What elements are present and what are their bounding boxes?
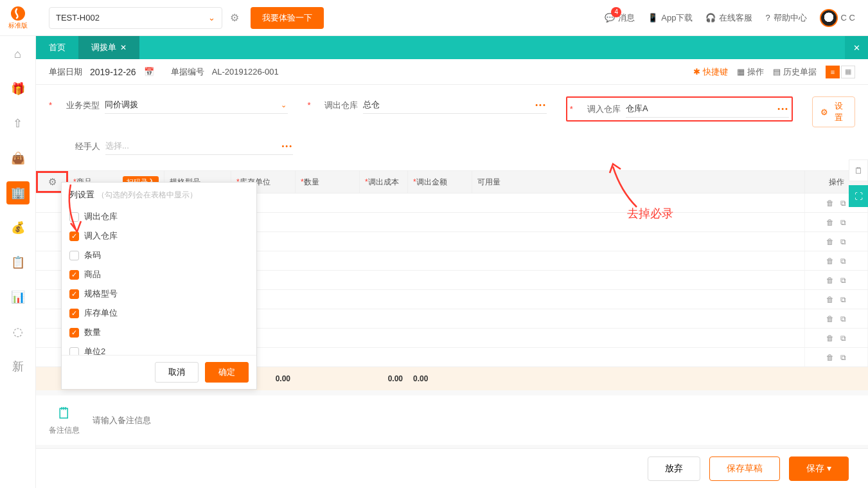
copy-icon[interactable]: ⧉ — [840, 276, 846, 285]
sync-icon[interactable]: ◌ — [6, 320, 30, 343]
save-draft-button[interactable]: 保存草稿 — [709, 456, 780, 481]
list-view-button[interactable]: ≡ — [826, 66, 840, 78]
notes-float-button[interactable]: 🗒 — [849, 159, 868, 181]
service-link[interactable]: 🎧 在线客服 — [705, 12, 752, 24]
grid-view-button[interactable]: ▦ — [841, 66, 855, 78]
column-list[interactable]: 调出仓库 ✓调入仓库 条码 ✓商品 ✓规格型号 ✓库存单位 ✓数量 单位2 — [62, 207, 256, 355]
delete-icon[interactable]: 🗑 — [826, 295, 834, 304]
col-item-spec[interactable]: ✓规格型号 — [69, 284, 249, 303]
copy-icon[interactable]: ⧉ — [840, 199, 846, 208]
logo-icon — [10, 6, 26, 21]
operate-link[interactable]: ▦操作 — [737, 66, 764, 78]
try-button[interactable]: 我要体验一下 — [251, 7, 324, 29]
cancel-button[interactable]: 取消 — [155, 362, 199, 383]
delete-icon[interactable]: 🗑 — [826, 218, 834, 227]
popover-hint: （勾选的列会在表格中显示） — [97, 190, 197, 199]
copy-icon[interactable]: ⧉ — [840, 257, 846, 266]
delete-icon[interactable]: 🗑 — [826, 334, 834, 343]
footer-amount: 0.00 — [360, 367, 408, 390]
copy-icon[interactable]: ⧉ — [840, 295, 846, 304]
checkbox-icon[interactable] — [69, 251, 79, 260]
checkbox-icon[interactable] — [69, 347, 79, 356]
out-warehouse-field[interactable]: * 调出仓库 总仓••• — [307, 96, 546, 114]
checkbox-icon[interactable]: ✓ — [69, 270, 79, 280]
copy-icon[interactable]: ⧉ — [840, 237, 846, 246]
tab-transfer[interactable]: 调拨单 ✕ — [78, 36, 139, 59]
phone-icon: 📱 — [648, 13, 658, 23]
more-icon[interactable]: ••• — [777, 105, 789, 113]
number-label: 单据编号 — [171, 66, 204, 78]
col-item-product[interactable]: ✓商品 — [69, 265, 249, 284]
tab-bar: 首页 调拨单 ✕ ✕ — [36, 36, 868, 59]
in-warehouse-field[interactable]: * 调入仓库 仓库A••• — [566, 96, 793, 122]
calendar-icon[interactable]: 📅 — [144, 67, 154, 77]
notes-icon: 🗒 — [57, 404, 72, 422]
delete-icon[interactable]: 🗑 — [826, 257, 834, 266]
col-item-barcode[interactable]: 条码 — [69, 246, 249, 265]
date-value[interactable]: 2019-12-26 — [90, 67, 136, 77]
company-select[interactable]: TEST-H002 ⌄ — [49, 7, 222, 29]
doc-number: AL-20191226-001 — [212, 67, 279, 77]
col-item-unit[interactable]: ✓库存单位 — [69, 303, 249, 323]
chevron-down-icon: ⌄ — [208, 13, 215, 23]
remarks-area: 🗒 备注信息 — [36, 395, 868, 445]
home-icon[interactable]: ⌂ — [6, 42, 30, 66]
gift-icon[interactable]: 🎁 — [6, 77, 30, 100]
close-panel-button[interactable]: ✕ — [845, 36, 868, 59]
top-right: 💬 4 消息 📱 App下载 🎧 在线客服 ? 帮助中心 C C — [605, 9, 855, 27]
chevron-down-icon[interactable]: ⌄ — [281, 101, 288, 109]
clipboard-icon[interactable]: 📋 — [6, 251, 30, 274]
view-toggle: ≡ ▦ — [826, 66, 855, 78]
col-item-in-wh[interactable]: ✓调入仓库 — [69, 226, 249, 246]
help-link[interactable]: ? 帮助中心 — [765, 12, 806, 24]
delete-icon[interactable]: 🗑 — [826, 276, 834, 285]
right-float-panel: 🗒 ⛶ — [849, 159, 868, 207]
more-icon[interactable]: ••• — [535, 101, 547, 109]
warehouse-icon[interactable]: 🏢 — [6, 181, 30, 204]
copy-icon[interactable]: ⧉ — [840, 334, 846, 343]
logo[interactable]: 标准版 — [0, 6, 36, 30]
expand-float-button[interactable]: ⛶ — [849, 185, 868, 207]
discard-button[interactable]: 放弃 — [648, 456, 700, 481]
shortcut-link[interactable]: ✱快捷键 — [693, 66, 728, 78]
report-icon[interactable]: 📊 — [6, 285, 30, 309]
top-header: 标准版 TEST-H002 ⌄ ⚙ 我要体验一下 💬 4 消息 📱 App下载 … — [0, 0, 868, 36]
grid-icon: ▦ — [737, 67, 745, 77]
close-icon[interactable]: ✕ — [120, 43, 127, 52]
th-qty: *数量 — [296, 171, 360, 193]
remarks-input[interactable] — [93, 415, 855, 425]
new-icon[interactable]: 新 — [6, 355, 30, 378]
more-icon[interactable]: ••• — [281, 142, 293, 150]
sidebar: ⌂ 🎁 ⇧ 👜 🏢 💰 📋 📊 ◌ 新 — [0, 36, 36, 488]
download-link[interactable]: 📱 App下载 — [648, 12, 693, 24]
svg-point-0 — [11, 6, 25, 21]
money-icon[interactable]: 💰 — [6, 216, 30, 239]
save-button[interactable]: 保存 ▾ — [789, 456, 849, 481]
delete-icon[interactable]: 🗑 — [826, 237, 834, 246]
handler-field[interactable]: 经手人 选择...••• — [49, 138, 293, 155]
col-item-qty[interactable]: ✓数量 — [69, 323, 249, 342]
col-item-unit2[interactable]: 单位2 — [69, 342, 249, 355]
delete-icon[interactable]: 🗑 — [826, 314, 834, 323]
user-menu[interactable]: C C — [820, 9, 855, 27]
checkbox-icon[interactable]: ✓ — [69, 328, 79, 338]
checkbox-icon[interactable]: ✓ — [69, 309, 79, 318]
checkbox-icon[interactable]: ✓ — [69, 289, 79, 299]
messages-link[interactable]: 💬 4 消息 — [605, 12, 635, 24]
required-icon: * — [570, 104, 573, 114]
col-item-out-wh[interactable]: 调出仓库 — [69, 207, 249, 226]
delete-icon[interactable]: 🗑 — [826, 199, 834, 208]
confirm-button[interactable]: 确定 — [205, 362, 249, 383]
history-link[interactable]: ▤历史单据 — [773, 66, 817, 78]
biz-type-field[interactable]: * 业务类型 同价调拨⌄ — [49, 96, 288, 114]
delete-icon[interactable]: 🗑 — [826, 353, 834, 362]
copy-icon[interactable]: ⧉ — [840, 218, 846, 227]
house-up-icon[interactable]: ⇧ — [6, 112, 30, 135]
settings-icon[interactable]: ⚙ — [230, 12, 239, 24]
help-icon: ? — [765, 13, 770, 23]
tab-home[interactable]: 首页 — [36, 36, 78, 59]
settings-button[interactable]: ⚙设置 — [812, 96, 855, 127]
copy-icon[interactable]: ⧉ — [840, 314, 846, 323]
copy-icon[interactable]: ⧉ — [840, 353, 846, 362]
bag-icon[interactable]: 👜 — [6, 147, 30, 170]
